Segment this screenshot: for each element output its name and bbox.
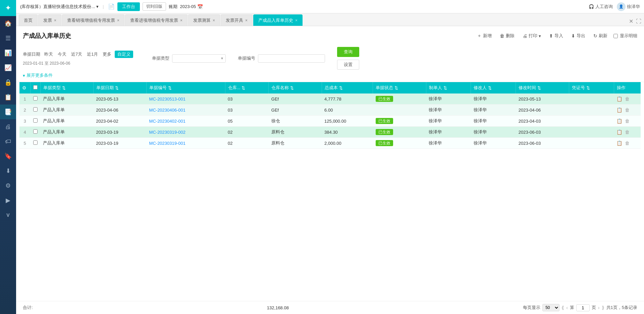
last-page-button[interactable]: ⟫ [602, 305, 604, 310]
doc-no-input[interactable] [258, 54, 325, 63]
show-detail-checkbox[interactable] [613, 34, 618, 38]
th-modifier[interactable]: 修改人⇅ [471, 82, 516, 93]
sidebar-item-chart[interactable]: 📈 [0, 60, 16, 75]
th-warehouse-name[interactable]: 仓库名称⇅ [269, 82, 322, 93]
customer-service[interactable]: 🎧 人工咨询 [589, 4, 613, 10]
set-button[interactable]: 设置 [337, 60, 359, 70]
row-checkbox[interactable] [33, 140, 38, 145]
sidebar-item-menu[interactable]: ☰ [0, 31, 16, 46]
user-menu[interactable]: 👤 徐泽华 [617, 2, 640, 11]
sidebar-item-lock[interactable]: 🔒 [0, 75, 16, 90]
sidebar-item-settings[interactable]: ⚙ [0, 178, 16, 193]
page-number-input[interactable] [576, 304, 590, 311]
doc-no-link[interactable]: MC-20230513-001 [149, 97, 185, 102]
show-detail-toggle[interactable]: 显示明细 [613, 33, 637, 39]
shortcut-7days[interactable]: 近7天 [70, 51, 84, 58]
calendar-icon[interactable]: 📅 [197, 4, 203, 9]
company-selector[interactable]: (库存核算）直播轻快通信息技术股份... ▾ [20, 4, 99, 10]
tab-sales-invoice[interactable]: 查看销项增值税专用发票 × [62, 14, 124, 26]
delete-row-icon[interactable]: 🗑 [625, 129, 630, 135]
import-button[interactable]: ⬆ 导入 [547, 32, 565, 40]
th-doc-no[interactable]: 单据编号⇅ [147, 82, 225, 93]
sidebar-item-print[interactable]: 🖨 [0, 119, 16, 134]
sidebar-item-list[interactable]: 📋 [0, 90, 16, 105]
query-button[interactable]: 查询 [337, 47, 359, 57]
edit-icon[interactable]: 📋 [616, 107, 622, 113]
doc-no-link[interactable]: MC-20230406-001 [149, 108, 185, 113]
row-checkbox[interactable] [33, 118, 38, 123]
settings-icon[interactable]: ⚙ [22, 85, 26, 90]
row-checkbox[interactable] [33, 129, 38, 134]
cell-doc-no: MC-20230319-002 [147, 127, 225, 138]
tab-invoice[interactable]: 发票 × [38, 14, 61, 26]
th-modify-time[interactable]: 修改时间⇅ [516, 82, 569, 93]
refresh-button[interactable]: ↻ 刷新 [591, 32, 609, 40]
tab-home[interactable]: 首页 [19, 14, 38, 26]
print-button[interactable]: 🖨 打印 ▾ [521, 32, 543, 40]
new-button[interactable]: ＋ 新增 [475, 32, 494, 40]
first-page-button[interactable]: ⟪ [561, 305, 564, 310]
tab-maximize-button[interactable]: ⛶ [636, 18, 641, 24]
tab-close-issue[interactable]: × [245, 18, 248, 23]
next-page-button[interactable]: › [598, 305, 600, 310]
th-voucher-no[interactable]: 凭证号⇅ [569, 82, 614, 93]
tab-close-calc[interactable]: × [213, 18, 215, 23]
workbench-button[interactable]: 工作台 [117, 2, 140, 11]
export-button[interactable]: ⬇ 导出 [569, 32, 587, 40]
old-version-button[interactable]: 切到旧版 [143, 2, 166, 11]
edit-icon[interactable]: 📋 [616, 140, 622, 146]
sidebar-item-analytics[interactable]: 📊 [0, 46, 16, 60]
shortcut-more[interactable]: 更多 [101, 51, 113, 58]
th-warehouse-code[interactable]: 仓库...⇅ [225, 82, 269, 93]
table-body: 1 产品入库单 2023-05-13 MC-20230513-001 03 GE… [19, 93, 641, 149]
th-gear[interactable]: ⚙ [19, 82, 30, 93]
th-doc-type[interactable]: 单据类型⇅ [40, 82, 93, 93]
tab-close-history[interactable]: × [295, 18, 298, 23]
tab-invoice-calc[interactable]: 发票测算 × [188, 14, 220, 26]
th-total-cost[interactable]: 总成本⇅ [322, 82, 373, 93]
shortcut-today[interactable]: 今天 [56, 51, 68, 58]
tab-close-purchase[interactable]: × [180, 18, 182, 23]
doc-type-select[interactable]: 产品入库单 [172, 54, 226, 63]
select-all-checkbox[interactable] [33, 85, 38, 89]
tab-close-sales[interactable]: × [117, 18, 119, 23]
sidebar-item-bookmark[interactable]: 🔖 [0, 149, 16, 164]
sidebar-item-play[interactable]: ▶ [0, 193, 16, 208]
shortcut-yesterday[interactable]: 昨天 [43, 51, 54, 58]
prev-page-button[interactable]: ‹ [566, 305, 568, 310]
delete-row-icon[interactable]: 🗑 [625, 140, 630, 146]
tab-product-history[interactable]: 产成品入库单历史 × [253, 14, 303, 26]
edit-icon[interactable]: 📋 [616, 96, 622, 102]
delete-button[interactable]: 🗑 删除 [498, 32, 517, 40]
sidebar-item-home[interactable]: 🏠 [0, 16, 16, 31]
page-size-select[interactable]: 50 100 200 [542, 304, 559, 311]
th-creator[interactable]: 制单人⇅ [426, 82, 471, 93]
tab-invoice-issue[interactable]: 发票开具 × [221, 14, 253, 26]
tab-close-all-button[interactable]: ✕ [629, 18, 633, 24]
cell-total-cost: 4,777.78 [322, 93, 373, 105]
edit-icon[interactable]: 📋 [616, 118, 622, 124]
separator: | [103, 4, 104, 9]
delete-row-icon[interactable]: 🗑 [625, 107, 630, 113]
cell-doc-type: 产品入库单 [40, 93, 93, 105]
expand-filter-button[interactable]: ▾ 展开更多条件 [23, 72, 637, 78]
th-status[interactable]: 单据状态⇅ [373, 82, 426, 93]
delete-row-icon[interactable]: 🗑 [625, 118, 630, 124]
doc-no-link[interactable]: MC-20230402-001 [149, 119, 185, 124]
row-checkbox[interactable] [33, 96, 38, 101]
sidebar-item-version[interactable]: V [0, 208, 16, 223]
shortcut-custom[interactable]: 自定义 [115, 51, 133, 58]
tab-purchase-invoice[interactable]: 查看进项增值税专用发票 × [125, 14, 187, 26]
th-doc-date[interactable]: 单据日期⇅ [93, 82, 146, 93]
row-checkbox[interactable] [33, 107, 38, 112]
doc-no-link[interactable]: MC-20230319-002 [149, 130, 185, 135]
delete-row-icon[interactable]: 🗑 [625, 96, 630, 102]
filter-row-1: 单据日期 昨天 今天 近7天 近1月 更多 自定义 2023-01-01 至 2… [23, 47, 637, 70]
sidebar-item-download[interactable]: ⬇ [0, 164, 16, 178]
tab-close-invoice[interactable]: × [54, 18, 56, 23]
edit-icon[interactable]: 📋 [616, 129, 622, 135]
sidebar-item-tag[interactable]: 🏷 [0, 134, 16, 149]
shortcut-1month[interactable]: 近1月 [86, 51, 99, 58]
sidebar-item-docs[interactable]: 📑 [0, 105, 16, 119]
doc-no-link[interactable]: MC-20230319-001 [149, 141, 185, 146]
